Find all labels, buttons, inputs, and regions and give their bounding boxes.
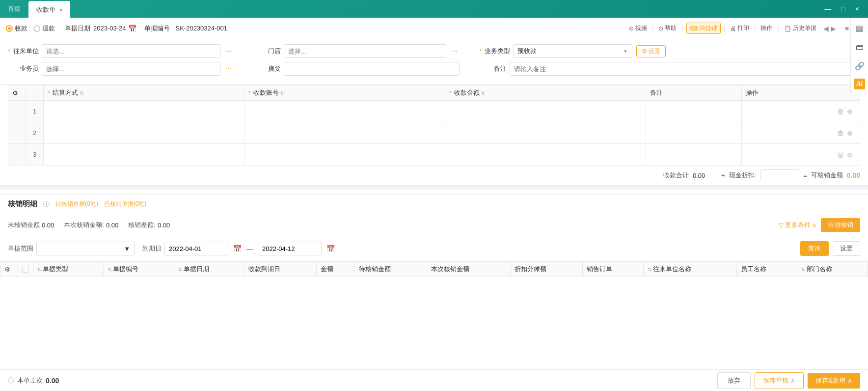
range-select[interactable]: ▼	[36, 242, 135, 255]
row-1-account[interactable]	[244, 101, 445, 122]
copy-icon-row1[interactable]: ⊕	[847, 108, 853, 115]
save-new-btn[interactable]: 保存&新增 ∧	[808, 373, 860, 389]
row-3-remark[interactable]	[646, 144, 742, 166]
row-2-remark[interactable]	[646, 122, 742, 144]
row-3-account[interactable]	[244, 144, 445, 166]
history-btn[interactable]: 📋 历史单据	[782, 23, 818, 33]
bt-th-type: ⇅ 单据类型	[33, 262, 104, 277]
pending-tab[interactable]: 待核销单据(0笔)	[55, 200, 98, 208]
footer-info-icon[interactable]: ⓘ	[8, 376, 14, 385]
staff-more-btn[interactable]: ···	[223, 64, 234, 73]
draft-btn[interactable]: 保存草稿 ∧	[755, 372, 804, 389]
video-btn[interactable]: ⊙ 视频	[627, 23, 649, 33]
keyboard-icon: ⌨	[690, 25, 698, 32]
home-tab-label: 首页	[8, 4, 21, 13]
done-tab[interactable]: 已核销单据(0笔)	[104, 200, 147, 208]
copy-icon-row2[interactable]: ⊕	[847, 129, 853, 137]
th-remark-label: 备注	[650, 88, 663, 97]
close-tab-icon[interactable]: ×	[59, 7, 62, 13]
bt-th-settings[interactable]: ⚙	[0, 262, 18, 277]
row-1-amount[interactable]	[445, 101, 646, 122]
th-settings[interactable]: ⚙	[8, 85, 26, 101]
unit-input[interactable]	[42, 44, 220, 58]
shortcut-btn[interactable]: ⌨ 快捷键	[686, 23, 721, 34]
row-num-1: 1	[26, 101, 44, 122]
biz-type-select[interactable]: 预收款 ▼	[513, 44, 632, 58]
delete-icon-row3[interactable]: 🗑	[837, 151, 844, 159]
radio-refund[interactable]: 退款	[33, 24, 55, 33]
row-2-amount[interactable]	[445, 122, 646, 144]
th-amount-label: 收款金额	[454, 88, 480, 97]
store-input[interactable]	[284, 44, 446, 58]
bt-th-amount: 金额	[317, 262, 354, 277]
panel-link-icon[interactable]: 🔗	[853, 59, 867, 73]
delete-icon-row1[interactable]: 🗑	[837, 108, 844, 115]
due-date-end[interactable]	[258, 242, 322, 255]
gear-icon: ⚙	[642, 48, 647, 55]
footer-label: 本单上次	[17, 376, 43, 385]
bt-col-pending: 待核销金额	[359, 265, 391, 273]
copy-icon-row3[interactable]: ⊕	[847, 151, 853, 159]
filter-settings-btn[interactable]: 设置	[833, 241, 860, 256]
more-conditions-btn[interactable]: ▽ 更多条件 ∧	[779, 218, 817, 232]
available-label: 可核销金额	[811, 171, 843, 180]
calendar-icon[interactable]: 📅	[128, 25, 136, 32]
minimize-icon[interactable]: —	[821, 4, 834, 14]
nav-prev-icon[interactable]: ◀	[823, 25, 829, 32]
row-3-amount[interactable]	[445, 144, 646, 166]
select-all-checkbox[interactable]	[22, 266, 29, 273]
sort-icon-amount[interactable]: ⇅	[481, 90, 485, 96]
sort-icon-settlement[interactable]: ⇅	[80, 90, 83, 96]
verify-info-icon[interactable]: ⓘ	[43, 200, 50, 209]
panel-ai-icon[interactable]: Ai	[854, 79, 865, 89]
close-window-icon[interactable]: ×	[852, 4, 862, 14]
print-btn[interactable]: 🖨 打印	[728, 23, 751, 33]
diff-label: 核销差额:	[128, 221, 156, 229]
help-btn[interactable]: ⊙ 帮助	[656, 23, 678, 33]
discount-input[interactable]	[760, 169, 799, 181]
settings-btn[interactable]: ⚙ 设置	[636, 45, 666, 57]
row-1-remark[interactable]	[646, 101, 742, 122]
row-2-settlement[interactable]	[44, 122, 244, 144]
maximize-icon[interactable]: □	[838, 4, 848, 14]
range-select-arrow: ▼	[124, 245, 130, 252]
panel-archive-icon[interactable]: 🗃	[854, 41, 866, 54]
bt-th-staff: 员工名称	[736, 262, 797, 277]
home-tab[interactable]: 首页	[0, 0, 28, 18]
current-label: 本次核销金额:	[64, 221, 104, 229]
row-3-settlement[interactable]	[44, 144, 244, 166]
ops-btn[interactable]: 操作	[759, 23, 774, 33]
auto-verify-btn[interactable]: 自动核销	[821, 218, 860, 232]
unit-field: * 往来单位 ···	[8, 44, 234, 58]
store-more-btn[interactable]: ···	[449, 47, 460, 56]
query-btn[interactable]: 查询	[800, 241, 829, 256]
row-1-settlement[interactable]	[44, 101, 244, 122]
unit-more-btn[interactable]: ···	[223, 47, 234, 56]
diff-value: 0.00	[158, 222, 170, 229]
th-settlement-label: 结算方式	[53, 88, 78, 97]
summary-input[interactable]	[284, 62, 460, 76]
date-value: 2023-03-24	[93, 25, 126, 32]
toolbar-actions: ⊙ 视频 | ⊙ 帮助 | ⌨ 快捷键 | 🖨 打印 | 操作 |	[627, 23, 862, 34]
sort-icon-account[interactable]: ⇅	[280, 90, 284, 96]
calendar-end-icon[interactable]: 📅	[326, 245, 335, 252]
staff-input[interactable]	[42, 62, 220, 76]
nav-next-icon[interactable]: ▶	[831, 25, 836, 32]
settings-label: 设置	[649, 47, 660, 56]
right-panel: ▤ 🗃 🔗 Ai	[850, 18, 868, 93]
bt-col-num: 单据编号	[113, 265, 138, 274]
radio-receipt[interactable]: 收款	[6, 24, 27, 33]
due-date-start[interactable]	[164, 242, 228, 255]
footer-info: ⓘ 本单上次 0.00	[8, 376, 59, 385]
footer-spacer	[0, 277, 868, 307]
calendar-start-icon[interactable]: 📅	[233, 245, 242, 252]
row-2-account[interactable]	[244, 122, 445, 144]
delete-icon-row2[interactable]: 🗑	[837, 129, 844, 137]
active-tab[interactable]: 收款单 ×	[28, 1, 70, 19]
th-remark: 备注	[646, 85, 742, 101]
abandon-btn[interactable]: 放弃	[717, 372, 751, 389]
panel-table-icon[interactable]: ▤	[854, 22, 865, 35]
remark-input[interactable]	[510, 62, 860, 76]
list-view-btn[interactable]: ≡	[843, 24, 851, 33]
range-field: 单据范围 ▼	[8, 242, 135, 255]
